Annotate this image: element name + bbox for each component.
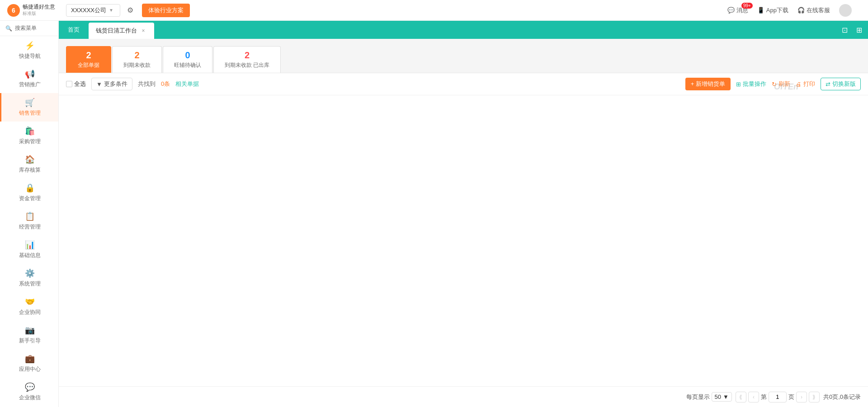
batch-icon: ⊞ [736,81,741,88]
message-badge: 99+ [741,3,753,9]
content-area: 首页 钱货日清工作台 × ⊡ ⊞ 2 全部单据 2 到期未收款 [59,21,868,407]
total-label: 共0页,0条记录 [823,393,861,401]
switch-version-button[interactable]: ⇄ 切换新版 [821,78,861,90]
avatar[interactable] [839,4,852,17]
guide-icon: 📷 [25,325,35,335]
sidebar-label-purchase: 采购管理 [19,138,41,145]
sidebar-item-enterprise[interactable]: 🤝 企业协同 [0,292,58,321]
page-input[interactable] [769,392,787,402]
table-area [59,95,868,386]
top-bar-right: 💬 消息 99+ 📱 App下载 🎧 在线客服 [727,4,861,17]
per-page-select[interactable]: 50 ▼ [712,392,732,402]
filter-button[interactable]: ▼ 更多条件 [91,78,132,90]
next-page-button[interactable]: › [796,392,807,402]
sidebar-item-quick-nav[interactable]: ⚡ 快捷导航 [0,36,58,65]
pending-count: 0 [185,50,190,61]
tab-active-label: 钱货日清工作台 [96,27,137,35]
checkbox-icon[interactable] [66,81,72,87]
first-page-button[interactable]: ⟪ [736,392,746,402]
status-tabs: 2 全部单据 2 到期未收款 0 旺辅待确认 2 到期未收款 已出库 [59,39,868,73]
sidebar-label-guide: 新手引导 [19,337,41,345]
add-sale-button[interactable]: + 新增销货单 [685,78,731,90]
tab-close-icon[interactable]: × [140,27,147,34]
sidebar-item-marketing[interactable]: 📢 营销推广 [0,65,58,93]
sidebar-label-wechat: 企业微信 [19,394,41,402]
marketing-icon: 📢 [25,69,35,79]
search-icon: 🔍 [5,25,12,32]
batch-ops-button[interactable]: ⊞ 批量操作 [736,80,766,88]
status-tab-overdue[interactable]: 2 到期未收款 [112,46,162,73]
sidebar-item-guide[interactable]: 📷 新手引导 [0,321,58,349]
last-page-button[interactable]: ⟫ [809,392,820,402]
found-prefix: 共找到 [138,80,156,88]
settings-icon[interactable]: ⚙ [124,4,137,17]
found-suffix-link[interactable]: 相关单据 [175,80,199,88]
overdue-count: 2 [134,50,139,61]
inventory-icon: 🏠 [25,154,35,164]
logo-text: 畅捷通好生意 [23,4,55,11]
overdue-shipped-label: 到期未收款 已出库 [225,61,269,69]
sidebar-item-inventory[interactable]: 🏠 库存核算 [0,150,58,178]
app-center-icon: 💼 [25,354,35,364]
batch-label: 批量操作 [743,80,766,88]
wechat-icon: 💬 [25,382,35,392]
tab-bar: 首页 钱货日清工作台 × ⊡ ⊞ [59,21,868,39]
overdue-shipped-count: 2 [245,50,250,61]
tab-minimize-icon[interactable]: ⊡ [839,24,850,35]
enterprise-icon: 🤝 [25,297,35,307]
print-label: 打印 [803,80,815,88]
tab-maximize-icon[interactable]: ⊞ [854,24,864,35]
online-service-item[interactable]: 🎧 在线客服 [797,6,830,14]
sidebar-item-sales[interactable]: 🛒 销售管理 [0,93,58,122]
sales-icon: 🛒 [25,98,35,108]
page-content: 2 全部单据 2 到期未收款 0 旺辅待确认 2 到期未收款 已出库 [59,39,868,407]
tab-home[interactable]: 首页 [59,21,89,39]
all-label: 全部单据 [78,61,99,69]
message-item[interactable]: 💬 消息 99+ [727,6,748,14]
company-selector[interactable]: XXXXXX公司 ▼ [66,4,120,17]
status-tab-pending[interactable]: 0 旺辅待确认 [163,46,212,73]
refresh-button[interactable]: ↻ 刷新 [772,80,790,88]
logo-icon: 6 [7,4,20,17]
sidebar-item-wechat[interactable]: 💬 企业微信 [0,378,58,406]
sidebar-label-enterprise: 企业协同 [19,309,41,316]
sidebar-item-purchase[interactable]: 🛍️ 采购管理 [0,122,58,150]
quick-nav-icon: ⚡ [25,41,35,51]
online-service-label: 在线客服 [807,6,830,14]
per-page-label: 每页显示 [686,393,710,401]
sidebar-label-inventory: 库存核算 [19,166,41,174]
sidebar-item-basic-info[interactable]: 📊 基础信息 [0,235,58,264]
sidebar-search[interactable]: 🔍 搜索菜单 [0,21,58,36]
page-suffix: 页 [788,393,794,401]
select-all-label: 全选 [74,80,86,88]
basic-info-icon: 📊 [25,240,35,250]
per-page-arrow-icon: ▼ [723,393,729,400]
operations-icon: 📋 [25,211,35,221]
toolbar: 全选 ▼ 更多条件 共找到 0条 相关单据 + 新增销货单 ⊞ 批量操作 ↻ [59,73,868,95]
logo-area: 6 畅捷通好生意 标准版 [7,4,66,17]
sidebar-item-operations[interactable]: 📋 经营管理 [0,207,58,235]
print-button[interactable]: 🖨 打印 [796,80,815,88]
company-name: XXXXXX公司 [71,6,106,14]
status-tab-overdue-shipped[interactable]: 2 到期未收款 已出库 [213,46,281,73]
sidebar-item-app-center[interactable]: 💼 应用中心 [0,349,58,378]
try-industry-button[interactable]: 体验行业方案 [142,4,190,17]
select-all-checkbox[interactable]: 全选 [66,80,86,88]
sidebar-item-system[interactable]: ⚙️ 系统管理 [0,264,58,292]
sidebar-item-capital[interactable]: 🔒 资金管理 [0,178,58,207]
page-size-select: 每页显示 50 ▼ [686,392,732,402]
status-tab-all[interactable]: 2 全部单据 [66,46,111,73]
app-download-item[interactable]: 📱 App下载 [757,6,788,14]
pagination-bar: 每页显示 50 ▼ ⟪ ‹ 第 页 › ⟫ 共0页,0条记录 [59,386,868,407]
switch-icon: ⇄ [826,81,830,88]
tab-active[interactable]: 钱货日清工作台 × [89,23,154,39]
logo-sub: 标准版 [23,10,55,17]
sidebar-label-operations: 经营管理 [19,223,41,231]
filter-label: 更多条件 [104,80,127,88]
pending-label: 旺辅待确认 [174,61,201,69]
sidebar-label-quick-nav: 快捷导航 [19,52,41,60]
page-nav: ⟪ ‹ 第 页 › ⟫ [736,392,820,402]
sidebar-label-sales: 销售管理 [19,109,41,117]
sidebar-label-basic-info: 基础信息 [19,252,41,259]
prev-page-button[interactable]: ‹ [748,392,759,402]
